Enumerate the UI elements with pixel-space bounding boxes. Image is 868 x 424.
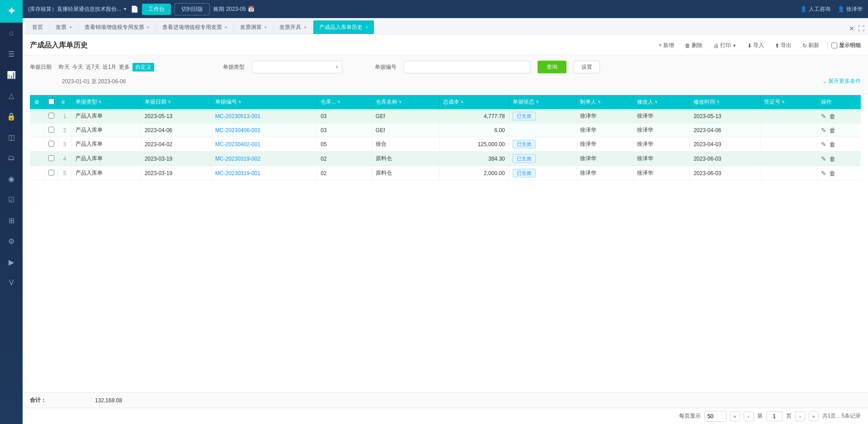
- td-doc-num[interactable]: MC-20230319-002: [212, 152, 317, 166]
- td-doc-num[interactable]: MC-20230402-001: [212, 137, 317, 152]
- row-checkbox-1[interactable]: [48, 127, 54, 133]
- company-selector[interactable]: (库存核算）直播轻犀通信息技术股份... ▼: [28, 5, 127, 13]
- date-1month[interactable]: 近1月: [103, 63, 117, 71]
- tab-invoice-close[interactable]: ×: [69, 25, 72, 30]
- doc-num-input[interactable]: [404, 61, 530, 73]
- edit-icon[interactable]: ✎: [821, 127, 826, 134]
- row-checkbox-0[interactable]: [48, 113, 54, 119]
- first-page-button[interactable]: «: [730, 411, 740, 421]
- th-voucher-num[interactable]: 凭证号⇅: [760, 95, 817, 109]
- workspace-button[interactable]: 工作台: [142, 4, 171, 15]
- th-doc-num[interactable]: 单据编号⇅: [212, 95, 317, 109]
- doc-num-link[interactable]: MC-20230406-001: [215, 127, 260, 133]
- user-section[interactable]: 👤 徐泽华: [838, 5, 863, 13]
- delete-row-icon[interactable]: 🗑: [829, 113, 835, 120]
- date-yesterday[interactable]: 昨天: [59, 63, 70, 71]
- th-warehouse-name[interactable]: 仓库名称⇅: [372, 95, 439, 109]
- doc-num-link[interactable]: MC-20230319-001: [215, 170, 260, 176]
- date-7days[interactable]: 近7天: [86, 63, 100, 71]
- show-detail-checkbox-wrap[interactable]: 显示明细: [831, 42, 861, 49]
- show-detail-checkbox[interactable]: [831, 43, 837, 48]
- row-checkbox-4[interactable]: [48, 170, 54, 176]
- delete-row-icon[interactable]: 🗑: [829, 141, 835, 148]
- tab-view-purchase-vat-close[interactable]: ×: [225, 25, 227, 30]
- date-more[interactable]: 更多: [119, 63, 130, 71]
- sidebar-item-menu[interactable]: ☰: [0, 43, 23, 64]
- th-doc-date[interactable]: 单据日期⇅: [141, 95, 211, 109]
- query-button[interactable]: 查询: [538, 61, 566, 73]
- edit-icon[interactable]: ✎: [821, 170, 826, 177]
- doc-num-link[interactable]: MC-20230513-001: [215, 113, 260, 119]
- sidebar-item-check[interactable]: ☑: [0, 189, 23, 210]
- th-creator[interactable]: 制单人⇅: [576, 95, 633, 109]
- import-button[interactable]: ⬇ 导入: [743, 40, 769, 51]
- switch-version-button[interactable]: 切到旧版: [175, 3, 210, 15]
- delete-row-icon[interactable]: 🗑: [829, 170, 835, 177]
- tab-invoice-calc-close[interactable]: ×: [264, 25, 267, 30]
- sidebar-item-grid[interactable]: ⊞: [0, 210, 23, 231]
- td-doc-num[interactable]: MC-20230319-001: [212, 166, 317, 181]
- th-settings[interactable]: ⚙: [30, 95, 44, 109]
- print-button[interactable]: 🖨 打印 ▼: [709, 40, 741, 51]
- per-page-select[interactable]: 50 100 200: [704, 411, 726, 422]
- sidebar-item-settings[interactable]: ⚙: [0, 231, 23, 252]
- page-number-input[interactable]: [766, 411, 783, 421]
- doc-num-link[interactable]: MC-20230319-002: [215, 156, 260, 162]
- th-doc-status[interactable]: 单据状态⇅: [509, 95, 576, 109]
- edit-icon[interactable]: ✎: [821, 141, 826, 148]
- th-modify-time[interactable]: 修改时间⇅: [690, 95, 760, 109]
- td-doc-num[interactable]: MC-20230513-001: [212, 109, 317, 124]
- tab-invoice-calc[interactable]: 发票测算 ×: [234, 20, 273, 34]
- help-section[interactable]: 👤 人工咨询: [800, 5, 830, 13]
- expand-more-btn[interactable]: ⌄ 展开更多条件: [822, 77, 861, 85]
- doc-num-link[interactable]: MC-20230402-001: [215, 141, 260, 148]
- delete-row-icon[interactable]: 🗑: [829, 127, 835, 134]
- th-checkbox: [44, 95, 58, 109]
- sidebar-item-triangle[interactable]: △: [0, 85, 23, 106]
- sidebar-item-layout[interactable]: ◫: [0, 127, 23, 148]
- sidebar-item-folder[interactable]: 🗂: [0, 148, 23, 168]
- th-doc-type[interactable]: 单据类型⇅: [71, 95, 141, 109]
- doc-type-select[interactable]: [252, 61, 342, 73]
- tab-view-sales-vat-close[interactable]: ×: [147, 25, 150, 30]
- th-total-cost[interactable]: 总成本⇅: [439, 95, 509, 109]
- date-custom[interactable]: 自定义: [132, 63, 154, 71]
- tab-product-inbound[interactable]: 产成品入库单历史 ×: [313, 20, 374, 34]
- select-all-checkbox[interactable]: [48, 99, 54, 105]
- date-today[interactable]: 今天: [72, 63, 83, 71]
- tab-invoice[interactable]: 发票 ×: [50, 20, 78, 34]
- edit-icon[interactable]: ✎: [821, 113, 826, 120]
- delete-button[interactable]: 🗑 删除: [680, 40, 707, 51]
- td-doc-num[interactable]: MC-20230406-001: [212, 124, 317, 137]
- set-button[interactable]: 设置: [574, 61, 600, 73]
- table-row: 3 产品入库单 2023-04-02 MC-20230402-001 05 徐合…: [30, 137, 861, 152]
- tab-home[interactable]: 首页: [26, 20, 49, 34]
- tabbar-close-all-button[interactable]: ✕: [849, 25, 854, 32]
- refresh-button[interactable]: ↻ 刷新: [798, 40, 824, 51]
- row-checkbox-2[interactable]: [48, 141, 54, 147]
- next-page-button[interactable]: ›: [795, 411, 805, 421]
- th-modifier[interactable]: 修改人⇅: [633, 95, 690, 109]
- sidebar-item-circle[interactable]: ◉: [0, 168, 23, 189]
- sidebar-item-v[interactable]: V: [0, 272, 23, 293]
- tab-view-sales-vat[interactable]: 查看销项增值税专用发票 ×: [79, 20, 156, 34]
- td-creator: 徐泽华: [576, 124, 633, 137]
- delete-row-icon[interactable]: 🗑: [829, 155, 835, 162]
- tab-view-purchase-vat[interactable]: 查看进项增值税专用发票 ×: [156, 20, 233, 34]
- sidebar-item-home[interactable]: ⌂: [0, 23, 23, 43]
- edit-icon[interactable]: ✎: [821, 155, 826, 162]
- sidebar-item-play[interactable]: ▶: [0, 252, 23, 272]
- new-button[interactable]: + 新增: [654, 40, 679, 51]
- prev-page-button[interactable]: ‹: [744, 411, 754, 421]
- row-checkbox-3[interactable]: [48, 155, 54, 161]
- sidebar-item-analytics[interactable]: 📊: [0, 64, 23, 85]
- last-page-button[interactable]: »: [809, 411, 819, 421]
- tabbar-maximize-button[interactable]: ⛶: [858, 25, 864, 32]
- tab-invoice-open-close[interactable]: ×: [304, 25, 307, 30]
- tab-invoice-open[interactable]: 发票开具 ×: [274, 20, 312, 34]
- th-warehouse-code[interactable]: 仓库...⇅: [317, 95, 372, 109]
- sidebar-item-lock[interactable]: 🔒: [0, 106, 23, 127]
- export-button[interactable]: ⬆ 导出: [770, 40, 796, 51]
- tab-product-inbound-close[interactable]: ×: [365, 25, 368, 30]
- company-name: (库存核算）直播轻犀通信息技术股份...: [28, 5, 121, 13]
